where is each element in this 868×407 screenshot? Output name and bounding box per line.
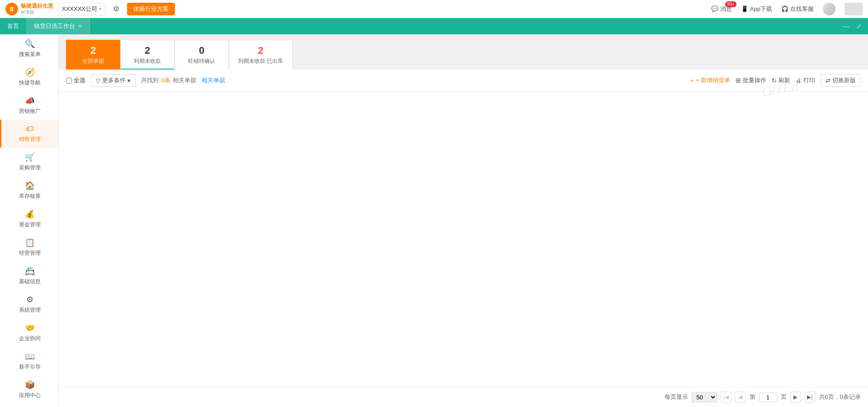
app-download-action[interactable]: 📱 App下载	[741, 5, 772, 13]
found-count: 0条	[161, 77, 170, 84]
sidebar-item-search[interactable]: 🔍 搜索菜单	[0, 34, 58, 63]
app-subtitle: 标准版	[21, 9, 53, 15]
content-area: 2 全部单据 2 到期未收款 0 旺铺待确认 2 到期未收款 已出库	[59, 34, 868, 407]
header-right: 💬 消息 99+ 📱 App下载 🎧 在线客服	[711, 3, 863, 15]
sidebar-guide-label: 新手引导	[19, 363, 41, 371]
quicknav-icon: 🧭	[25, 67, 35, 77]
user-menu[interactable]	[844, 3, 863, 15]
sidebar-item-finance[interactable]: 💰 资金管理	[0, 205, 58, 233]
enterprise-icon: 🤝	[25, 323, 35, 333]
logo-icon: 6	[5, 3, 18, 15]
company-selector[interactable]: XXXXXX公司 ▾	[58, 3, 105, 15]
stat-tab-shipped[interactable]: 2 到期未收款 已出库	[229, 40, 292, 70]
batch-operation-button[interactable]: ⊞ 批量操作	[736, 76, 766, 84]
sidebar-inventory-label: 库存核算	[19, 192, 41, 200]
sidebar-item-system[interactable]: ⚙ 系统管理	[0, 290, 58, 318]
sidebar-baseinfo-label: 基础信息	[19, 278, 41, 285]
found-suffix: 相关单据	[173, 77, 196, 84]
message-action[interactable]: 💬 消息 99+	[711, 5, 732, 13]
stat-label-all: 全部单据	[75, 57, 111, 65]
page-label-2: 页	[781, 393, 787, 401]
message-badge: 99+	[725, 1, 736, 7]
stat-tab-all[interactable]: 2 全部单据	[66, 40, 120, 70]
add-sales-order-button[interactable]: + + 新增销货单	[690, 76, 730, 84]
switch-icon: ⇄	[826, 77, 830, 84]
select-all-checkbox[interactable]	[66, 78, 72, 84]
sidebar-item-guide[interactable]: 📖 新手引导	[0, 347, 58, 375]
select-all-checkbox-label[interactable]: 全选	[66, 76, 85, 84]
sidebar-item-operations[interactable]: 📋 经营管理	[0, 233, 58, 262]
related-orders-link[interactable]: 相关单据	[202, 76, 225, 84]
stat-label-overdue: 到期未收款	[130, 57, 165, 65]
table-content	[59, 92, 868, 387]
sidebar-quicknav-label: 快捷导航	[19, 79, 41, 87]
stat-label-wangpu: 旺铺待确认	[184, 57, 219, 65]
sidebar-item-inventory[interactable]: 🏠 库存核算	[0, 176, 58, 205]
online-service-label: 在线客服	[790, 5, 814, 13]
experience-button[interactable]: 体验行业方案	[127, 3, 175, 15]
stat-count-shipped: 2	[238, 45, 283, 56]
sidebar-sales-label: 销售管理	[19, 136, 41, 143]
sidebar-item-wechat[interactable]: 💬 企业微信	[0, 404, 58, 407]
refresh-icon: ↻	[772, 77, 777, 84]
app-download-label: App下载	[750, 5, 772, 13]
header-left: 6 畅捷通好生意 标准版 XXXXXX公司 ▾ ⚙ 体验行业方案	[5, 3, 175, 15]
app-download-icon: 📱	[741, 5, 748, 12]
per-page-label: 每页显示	[665, 393, 688, 401]
top-header: 6 畅捷通好生意 标准版 XXXXXX公司 ▾ ⚙ 体验行业方案 💬 消息 99…	[0, 0, 868, 18]
sidebar-item-purchase[interactable]: 🛒 采购管理	[0, 148, 58, 176]
stat-tab-overdue[interactable]: 2 到期未收款	[120, 40, 175, 70]
sidebar-search-label: 搜索菜单	[19, 51, 41, 58]
stat-label-shipped: 到期未收款 已出库	[238, 57, 283, 65]
sidebar-finance-label: 资金管理	[19, 221, 41, 229]
baseinfo-icon: 📇	[25, 266, 35, 276]
stats-tabs: 2 全部单据 2 到期未收款 0 旺铺待确认 2 到期未收款 已出库	[59, 34, 868, 70]
avatar[interactable]	[823, 3, 835, 15]
add-label: + 新增销货单	[696, 76, 730, 84]
filter-label: 更多条件	[102, 76, 126, 84]
switch-version-button[interactable]: ⇄ 切换新版	[821, 74, 861, 87]
stat-tab-wangpu[interactable]: 0 旺铺待确认	[175, 40, 229, 70]
tab-home-label: 首页	[7, 22, 19, 30]
stat-indicator-all	[66, 69, 120, 70]
sidebar-item-baseinfo[interactable]: 📇 基础信息	[0, 262, 58, 290]
last-page-button[interactable]: ▶|	[805, 392, 816, 402]
prev-page-button[interactable]: ◀	[735, 392, 746, 402]
appstore-icon: 📦	[25, 380, 35, 390]
first-page-button[interactable]: |◀	[721, 392, 731, 402]
sidebar-item-enterprise[interactable]: 🤝 企业协同	[0, 318, 58, 347]
sidebar-system-label: 系统管理	[19, 306, 41, 314]
guide-icon: 📖	[25, 351, 35, 361]
print-button[interactable]: 🖨 打印	[796, 76, 815, 84]
sidebar-item-quicknav[interactable]: 🧭 快捷导航	[0, 63, 58, 91]
sidebar-item-appstore[interactable]: 📦 应用中心	[0, 375, 58, 404]
stat-count-wangpu: 0	[184, 45, 219, 56]
logo-text: 畅捷通好生意 标准版	[21, 3, 53, 14]
sidebar-item-sales[interactable]: 🏷 销售管理	[0, 120, 58, 148]
sidebar-item-marketing[interactable]: 📣 营销推广	[0, 91, 58, 120]
settings-button[interactable]: ⚙	[110, 3, 123, 15]
print-label: 打印	[803, 76, 815, 84]
avatar-image	[823, 3, 835, 15]
tab-expand-button[interactable]: ⤢	[854, 21, 864, 32]
filter-icon: ▽	[96, 77, 100, 84]
app-title: 畅捷通好生意	[21, 3, 53, 9]
logo-area: 6 畅捷通好生意 标准版	[5, 3, 53, 15]
refresh-label: 刷新	[778, 76, 790, 84]
next-page-button[interactable]: ▶	[790, 392, 801, 402]
tab-close-icon[interactable]: ✕	[78, 23, 82, 29]
toolbar-left: 全选 ▽ 更多条件 ▾ 共找到 0条 相关单据 相关单据	[66, 74, 685, 87]
filter-button[interactable]: ▽ 更多条件 ▾	[91, 74, 136, 87]
tab-work-label: 钱货日清工作台	[34, 22, 75, 30]
online-service-action[interactable]: 🎧 在线客服	[781, 5, 814, 13]
tab-minimize-button[interactable]: —	[841, 21, 852, 32]
page-input[interactable]: 1	[759, 393, 777, 402]
refresh-button[interactable]: ↻ 刷新	[772, 76, 790, 84]
tab-home[interactable]: 首页	[0, 18, 27, 34]
per-page-select[interactable]: 50 100 200	[692, 392, 717, 402]
tab-work[interactable]: 钱货日清工作台 ✕	[27, 18, 90, 34]
message-icon: 💬	[711, 5, 718, 12]
headset-icon: 🎧	[781, 5, 788, 12]
system-icon: ⚙	[26, 295, 33, 304]
sales-icon: 🏷	[26, 124, 34, 134]
